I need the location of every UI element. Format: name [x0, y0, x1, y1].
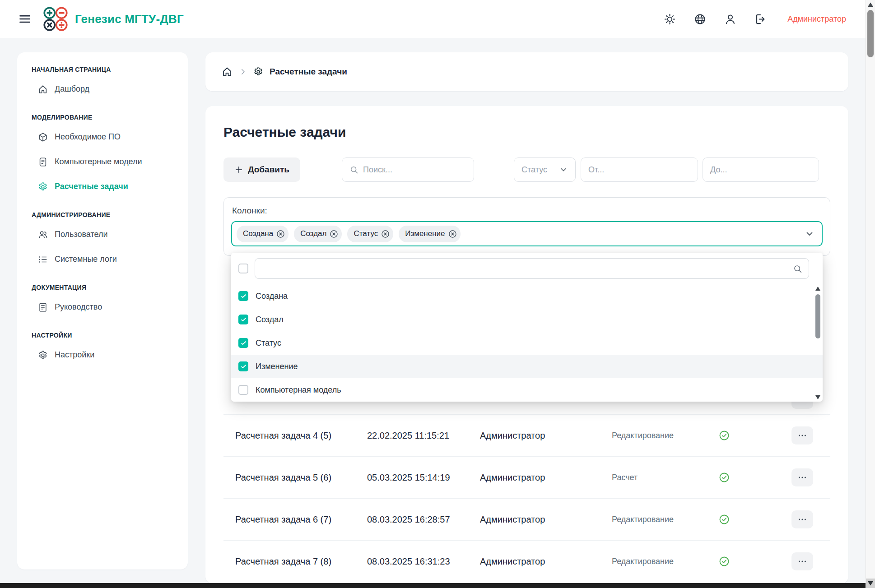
dropdown-scrollbar[interactable]: [814, 286, 821, 400]
row-more-button[interactable]: [791, 510, 813, 528]
dropdown-search-field: [255, 258, 809, 279]
tasks-table: Расчетная задача 4 (5) 22.02.2025 11:15:…: [223, 414, 830, 582]
task-created: 05.03.2025 15:14:19: [367, 472, 480, 483]
sidebar-item-system-logs[interactable]: Системные логи: [28, 247, 177, 272]
scroll-down-icon[interactable]: [866, 579, 875, 588]
date-to-input[interactable]: [710, 165, 811, 175]
sidebar-item-settings[interactable]: Настройки: [28, 343, 177, 367]
search-input[interactable]: [363, 165, 466, 175]
current-user-role[interactable]: Администратор: [787, 14, 846, 24]
checkbox-checked[interactable]: [238, 361, 248, 371]
option-label: Статус: [256, 338, 281, 348]
chip-remove-icon[interactable]: [381, 229, 390, 239]
chip-remove-icon[interactable]: [276, 229, 285, 239]
task-author: Администратор: [480, 431, 612, 441]
scrollbar-thumb[interactable]: [867, 10, 874, 57]
language-globe-icon[interactable]: [694, 13, 706, 25]
search-icon: [793, 264, 802, 273]
plus-icon: [234, 165, 243, 174]
ellipsis-icon: [797, 514, 807, 524]
logs-icon: [38, 255, 48, 264]
ellipsis-icon: [797, 556, 807, 566]
task-name: Расчетная задача 7 (8): [235, 556, 367, 567]
row-more-button[interactable]: [791, 468, 813, 486]
date-from-input[interactable]: [588, 165, 690, 175]
task-author: Администратор: [480, 556, 612, 567]
sidebar-section-home: НАЧАЛЬНАЯ СТРАНИЦА: [32, 66, 177, 73]
account-person-icon[interactable]: [724, 13, 736, 25]
sidebar-item-computer-models[interactable]: Компьютерные модели: [28, 149, 177, 174]
task-status: Расчет: [612, 473, 715, 482]
checkbox-checked[interactable]: [238, 315, 248, 324]
models-icon: [38, 157, 48, 167]
sidebar-item-software[interactable]: Необходимое ПО: [28, 125, 177, 149]
page-title: Расчетные задачи: [223, 124, 830, 140]
breadcrumb-home-icon[interactable]: [222, 66, 233, 77]
sidebar-section-modeling: МОДЕЛИРОВАНИЕ: [32, 114, 177, 121]
gear-icon: [38, 182, 48, 192]
dropdown-header: [231, 258, 823, 284]
option-label: Изменение: [256, 362, 298, 371]
status-select-label: Статус: [521, 165, 547, 175]
scroll-up-icon[interactable]: [815, 286, 821, 291]
sidebar-item-label: Дашборд: [55, 84, 89, 94]
dropdown-option-creator[interactable]: Создал: [231, 308, 823, 331]
sidebar-section-documentation: ДОКУМЕНТАЦИЯ: [32, 284, 177, 291]
dropdown-search-input[interactable]: [261, 264, 789, 273]
manual-icon: [38, 302, 48, 312]
dropdown-option-change[interactable]: Изменение: [231, 355, 823, 378]
logout-icon[interactable]: [754, 13, 767, 25]
task-name: Расчетная задача 4 (5): [235, 431, 367, 441]
task-name: Расчетная задача 5 (6): [235, 472, 367, 483]
sidebar-item-manual[interactable]: Руководство: [28, 295, 177, 319]
columns-multiselect[interactable]: Создана Создал Статус Изменение: [231, 221, 823, 246]
status-select[interactable]: Статус: [514, 157, 576, 182]
sidebar-item-calculation-tasks[interactable]: Расчетные задачи: [28, 174, 177, 199]
scrollbar-thumb[interactable]: [815, 294, 820, 338]
chip-remove-icon[interactable]: [448, 229, 457, 239]
toolbar: Добавить Статус: [223, 157, 830, 182]
dropdown-option-computer-model[interactable]: Компьютерная модель: [231, 378, 823, 402]
chip-label: Изменение: [405, 229, 445, 238]
checkbox-unchecked[interactable]: [238, 385, 248, 395]
home-icon: [38, 84, 48, 94]
dropdown-option-status[interactable]: Статус: [231, 331, 823, 355]
task-name: Расчетная задача 6 (7): [235, 514, 367, 525]
add-button[interactable]: Добавить: [223, 157, 300, 182]
check-circle-icon: [718, 514, 730, 525]
columns-filter-box: Колонки: Создана Создал Статус Изменение: [223, 197, 830, 256]
search-icon: [349, 165, 358, 174]
task-status: Редактирование: [612, 431, 715, 440]
sidebar-item-dashboard[interactable]: Дашборд: [28, 77, 177, 102]
theme-sun-icon[interactable]: [664, 13, 676, 25]
row-more-button[interactable]: [791, 552, 813, 570]
add-button-label: Добавить: [248, 165, 289, 175]
app-title: Генезис МГТУ-ДВГ: [75, 12, 184, 26]
scroll-up-icon[interactable]: [867, 2, 874, 8]
dropdown-option-created[interactable]: Создана: [231, 284, 823, 308]
breadcrumb: Расчетные задачи: [205, 52, 848, 91]
task-status: Редактирование: [612, 557, 715, 566]
scroll-down-icon[interactable]: [815, 395, 821, 400]
row-more-button[interactable]: [791, 426, 813, 444]
window-bottom-edge: [0, 583, 866, 588]
chevron-right-icon: [239, 68, 247, 76]
checkbox-checked[interactable]: [238, 338, 248, 348]
chip-remove-icon[interactable]: [329, 229, 339, 239]
hamburger-menu-icon[interactable]: [18, 12, 32, 26]
table-row: Расчетная задача 4 (5) 22.02.2025 11:15:…: [223, 414, 830, 456]
select-all-checkbox[interactable]: [238, 264, 248, 273]
chip-label: Создал: [300, 229, 326, 238]
checkbox-checked[interactable]: [238, 291, 248, 301]
tasks-card: Расчетные задачи Добавить Статус: [205, 106, 848, 583]
header-actions: Администратор: [664, 13, 846, 25]
breadcrumb-current-page: Расчетные задачи: [270, 67, 347, 77]
sidebar-nav: НАЧАЛЬНАЯ СТРАНИЦА Дашборд МОДЕЛИРОВАНИЕ…: [17, 52, 188, 569]
users-icon: [38, 230, 48, 240]
sidebar-item-users[interactable]: Пользователи: [28, 222, 177, 247]
page-scrollbar[interactable]: [866, 0, 875, 588]
option-label: Компьютерная модель: [256, 385, 341, 395]
app-header: Генезис МГТУ-ДВГ Администратор: [0, 0, 875, 38]
task-author: Администратор: [480, 472, 612, 483]
task-created: 22.02.2025 11:15:21: [367, 431, 480, 441]
